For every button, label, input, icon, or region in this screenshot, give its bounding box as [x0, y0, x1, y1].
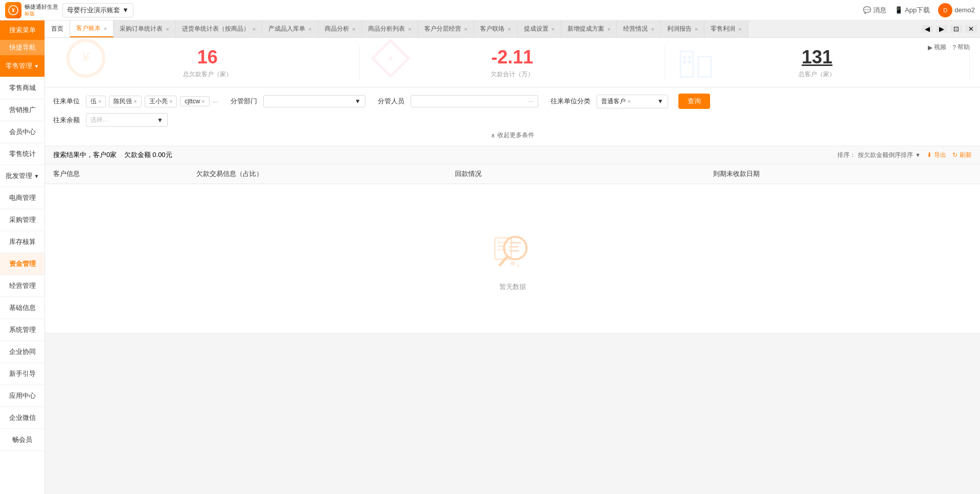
tab-business-status[interactable]: 经营情况 × [617, 20, 660, 37]
sidebar-item-basic-info[interactable]: 基础信息 [0, 297, 44, 319]
svg-rect-19 [497, 245, 506, 247]
user-item[interactable]: D demo2 [938, 3, 975, 17]
tab-close-icon4[interactable]: × [308, 26, 311, 32]
table-col-due-date: 到期未收款日期 [713, 169, 972, 178]
stat-label-amount: 欠款合计（万） [370, 70, 654, 79]
svg-rect-20 [497, 249, 507, 251]
tab-close-icon10[interactable]: × [607, 26, 610, 32]
filter-tag-4: cjttcw × [180, 96, 209, 106]
sort-label: 排序： [837, 151, 856, 160]
sidebar-item-app-center[interactable]: 应用中心 [0, 385, 44, 407]
account-switcher[interactable]: 母婴行业演示账套 ▼ [62, 3, 133, 17]
tab-product-analysis-list[interactable]: 商品分析列表 × [362, 20, 418, 37]
refresh-button[interactable]: ↻ 刷新 [952, 151, 972, 160]
sidebar-item-enterprise[interactable]: 企业协同 [0, 341, 44, 363]
sidebar-item-retail-mall[interactable]: 零售商城 [0, 77, 44, 99]
tab-home[interactable]: 首页 [45, 20, 70, 37]
video-action[interactable]: ▶ 视频 [928, 43, 946, 52]
page-content: ¥ 16 总欠款客户（家） ✦ -2.11 欠款合计（万） 131 [45, 38, 980, 494]
filter-tag-2-close[interactable]: × [133, 98, 136, 104]
sidebar-item-member[interactable]: 会员中心 [0, 121, 44, 143]
tab-customer-tier[interactable]: 客户分层经营 × [418, 20, 474, 37]
filter-category-select[interactable]: 普通客户 × ▼ [597, 95, 668, 108]
collapse-button[interactable]: ∧ 收起更多条件 [53, 131, 972, 140]
sidebar-item-retail-stats[interactable]: 零售统计 [0, 143, 44, 165]
tab-close-icon5[interactable]: × [352, 26, 355, 32]
sidebar-quick-nav[interactable]: 快捷导航 [0, 40, 44, 55]
tab-stock-stats[interactable]: 进货单统计表（按商品） × [176, 20, 262, 37]
filter-tag-4-close[interactable]: × [201, 98, 204, 104]
filter-tag-4-label: cjttcw [185, 98, 200, 105]
sidebar-item-retail[interactable]: 零售管理 ▼ [0, 55, 44, 77]
app-download-item[interactable]: 📱 App下载 [895, 6, 930, 15]
tab-nav-close[interactable]: ✕ [965, 25, 977, 33]
sidebar-item-marketing[interactable]: 营销推广 [0, 99, 44, 121]
filter-dept-select[interactable]: ▼ [263, 95, 366, 107]
svg-rect-10 [683, 61, 686, 64]
tab-close-icon6[interactable]: × [408, 26, 411, 32]
tab-product-analysis[interactable]: 商品分析 × [318, 20, 362, 37]
sidebar-item-inventory[interactable]: 库存核算 [0, 231, 44, 253]
sort-value: 按欠款金额倒序排序 [858, 151, 913, 160]
help-action[interactable]: ? 帮助 [952, 43, 970, 52]
chevron-down-balance: ▼ [157, 117, 163, 124]
filter-tag-2: 陈民强 × [109, 96, 141, 107]
phone-icon: 📱 [895, 6, 903, 14]
stats-header: ¥ 16 总欠款客户（家） ✦ -2.11 欠款合计（万） 131 [45, 38, 980, 87]
sidebar-item-member2[interactable]: 畅会员 [0, 429, 44, 451]
filter-label-balance: 往来余额 [53, 116, 80, 125]
table-col-debt: 欠款交易信息（占比） [196, 169, 455, 178]
sidebar-item-system[interactable]: 系统管理 [0, 319, 44, 341]
tab-nav-next[interactable]: ▶ [936, 25, 947, 33]
filter-label-category: 往来单位分类 [551, 97, 590, 106]
tab-close-icon7[interactable]: × [464, 26, 467, 32]
chevron-down-icon2: ▼ [34, 173, 39, 179]
filter-tag-3-close[interactable]: × [169, 98, 172, 104]
avatar: D [938, 3, 952, 17]
message-item[interactable]: 💬 消息 [863, 6, 886, 15]
sidebar-item-purchase[interactable]: 采购管理 [0, 209, 44, 231]
svg-rect-7 [698, 57, 711, 77]
filter-tag-1-close[interactable]: × [98, 98, 101, 104]
tab-close-icon[interactable]: × [104, 26, 107, 32]
logo-icon: ¥ [5, 2, 21, 18]
export-button[interactable]: ⬇ 导出 [927, 151, 946, 160]
tab-bar-right: ◀ ▶ ⊡ ✕ [919, 25, 980, 33]
refresh-label: 刷新 [960, 151, 972, 160]
sidebar-item-wechat[interactable]: 企业微信 [0, 407, 44, 429]
tab-production[interactable]: 产成品入库单 × [262, 20, 318, 37]
tab-close-icon12[interactable]: × [695, 26, 698, 32]
tab-close-icon8[interactable]: × [508, 26, 511, 32]
tab-nav-expand[interactable]: ⊡ [950, 25, 962, 33]
tab-customer-account[interactable]: 客户账本 × [70, 20, 113, 37]
sidebar-item-guide[interactable]: 新手引导 [0, 363, 44, 385]
tab-add-commission[interactable]: 新增提成方案 × [561, 20, 617, 37]
sidebar-search[interactable]: 搜索菜单 [0, 20, 44, 40]
sidebar-item-finance[interactable]: 资金管理 [0, 253, 44, 275]
sidebar-item-wholesale[interactable]: 批发管理 ▼ [0, 165, 44, 187]
sidebar-item-ecommerce[interactable]: 电商管理 [0, 187, 44, 209]
tab-profit-report[interactable]: 利润报告 × [661, 20, 704, 37]
stat-bg-building [675, 41, 716, 84]
tab-close-icon3[interactable]: × [253, 26, 256, 32]
query-button[interactable]: 查询 [678, 94, 710, 109]
tab-nav-prev[interactable]: ◀ [922, 25, 933, 33]
filter-tag-more[interactable]: ··· [213, 98, 218, 105]
tab-retail-profit[interactable]: 零售利润 × [704, 20, 748, 37]
tab-close-icon13[interactable]: × [738, 26, 741, 32]
tab-close-icon2[interactable]: × [166, 26, 169, 32]
filter-person-select[interactable]: ··· [411, 95, 538, 107]
sort-select[interactable]: 排序： 按欠款金额倒序排序 ▼ [837, 151, 921, 160]
sidebar-item-operations[interactable]: 经营管理 [0, 275, 44, 297]
stat-value-total: 131 [675, 46, 959, 68]
filter-category-close[interactable]: × [628, 98, 631, 104]
tab-purchase-order-stats[interactable]: 采购订单统计表 × [113, 20, 175, 37]
tab-close-icon11[interactable]: × [651, 26, 654, 32]
filter-balance-select[interactable]: 选择... ▼ [86, 113, 168, 127]
tab-commission-settings[interactable]: 提成设置 × [518, 20, 561, 37]
tab-customer-contact[interactable]: 客户联络 × [474, 20, 517, 37]
tab-close-icon9[interactable]: × [552, 26, 555, 32]
svg-text:¥: ¥ [12, 8, 15, 13]
header-actions: ▶ 视频 ? 帮助 [928, 43, 970, 52]
filter-person-more: ··· [529, 98, 534, 105]
